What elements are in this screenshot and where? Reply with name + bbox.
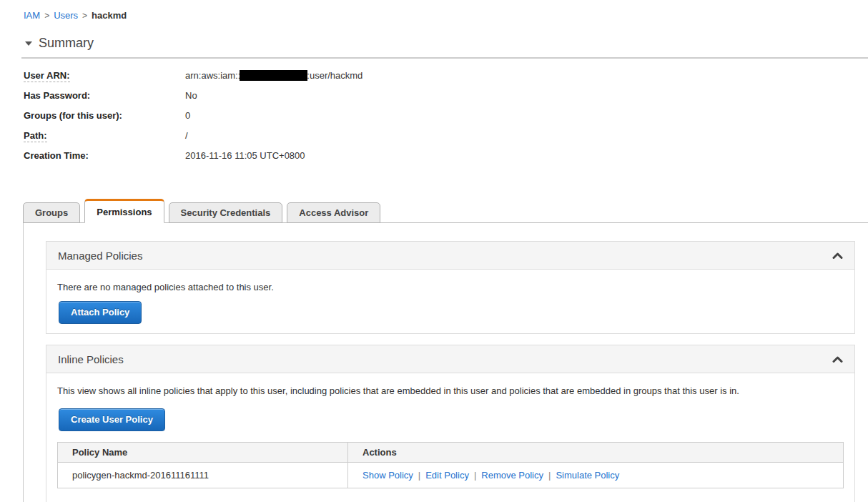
field-label-has-password: Has Password: — [24, 90, 185, 101]
column-header-policy-name: Policy Name — [58, 443, 348, 463]
inline-policies-body: This view shows all inline policies that… — [46, 385, 854, 502]
attach-policy-button[interactable]: Attach Policy — [59, 301, 142, 324]
collapse-triangle-icon — [25, 41, 32, 46]
tab-security-credentials[interactable]: Security Credentials — [169, 202, 283, 223]
summary-fields: User ARN: arn:aws:iam:::user/hackmd Has … — [24, 70, 868, 170]
managed-policies-title: Managed Policies — [58, 250, 142, 262]
managed-policies-body: There are no managed policies attached t… — [46, 282, 854, 333]
field-label-user-arn: User ARN: — [24, 70, 185, 81]
inline-policies-header[interactable]: Inline Policies — [46, 345, 854, 373]
inline-policies-description: This view shows all inline policies that… — [57, 385, 844, 396]
managed-policies-section: Managed Policies There are no managed po… — [46, 241, 855, 334]
breadcrumb-separator: > — [44, 11, 49, 21]
redacted-account-id — [240, 70, 307, 81]
chevron-up-icon[interactable] — [832, 356, 843, 363]
action-separator: | — [548, 470, 551, 481]
show-policy-link[interactable]: Show Policy — [363, 470, 413, 481]
summary-section-header[interactable]: Summary — [25, 36, 868, 51]
permissions-tab-panel: Managed Policies There are no managed po… — [23, 222, 868, 502]
tab-permissions[interactable]: Permissions — [84, 199, 164, 223]
managed-policies-empty-message: There are no managed policies attached t… — [57, 282, 844, 292]
remove-policy-link[interactable]: Remove Policy — [481, 470, 543, 481]
field-value-has-password: No — [185, 90, 197, 101]
field-row-user-arn: User ARN: arn:aws:iam:::user/hackmd — [24, 70, 868, 90]
action-separator: | — [474, 470, 476, 481]
summary-title: Summary — [39, 36, 94, 51]
inline-policies-title: Inline Policies — [58, 353, 124, 365]
tab-bar: Groups Permissions Security Credentials … — [23, 199, 868, 222]
summary-divider — [21, 57, 868, 59]
field-value-creation-time: 2016-11-16 11:05 UTC+0800 — [185, 150, 305, 161]
field-value-user-arn: arn:aws:iam:::user/hackmd — [185, 70, 363, 81]
managed-policies-header[interactable]: Managed Policies — [46, 242, 854, 270]
field-value-groups: 0 — [185, 110, 190, 121]
breadcrumb-current-user: hackmd — [92, 10, 127, 21]
field-label-creation-time: Creation Time: — [24, 150, 185, 161]
field-row-has-password: Has Password: No — [24, 90, 868, 110]
breadcrumb-link-users[interactable]: Users — [54, 10, 78, 21]
breadcrumb: IAM>Users>hackmd — [0, 0, 868, 21]
table-header-row: Policy Name Actions — [58, 443, 844, 463]
field-row-path: Path: / — [24, 130, 868, 150]
policy-name-cell: policygen-hackmd-201611161111 — [58, 463, 348, 488]
field-row-groups: Groups (for this user): 0 — [24, 110, 868, 130]
table-row: policygen-hackmd-201611161111 Show Polic… — [58, 463, 844, 488]
field-value-path: / — [185, 130, 188, 141]
inline-policies-table: Policy Name Actions policygen-hackmd-201… — [57, 442, 844, 488]
field-label-path: Path: — [24, 130, 185, 141]
edit-policy-link[interactable]: Edit Policy — [425, 470, 469, 481]
tab-access-advisor[interactable]: Access Advisor — [287, 202, 380, 223]
policy-actions-cell: Show Policy|Edit Policy|Remove Policy|Si… — [348, 463, 844, 488]
breadcrumb-link-iam[interactable]: IAM — [24, 10, 40, 21]
tab-groups[interactable]: Groups — [23, 202, 80, 223]
chevron-up-icon[interactable] — [832, 252, 843, 259]
create-user-policy-button[interactable]: Create User Policy — [59, 408, 165, 431]
simulate-policy-link[interactable]: Simulate Policy — [556, 470, 619, 481]
breadcrumb-separator: > — [82, 11, 87, 21]
field-label-groups: Groups (for this user): — [24, 110, 185, 121]
column-header-actions: Actions — [348, 443, 844, 463]
action-separator: | — [418, 470, 420, 481]
field-row-creation-time: Creation Time: 2016-11-16 11:05 UTC+0800 — [24, 150, 868, 170]
inline-policies-section: Inline Policies This view shows all inli… — [46, 345, 855, 502]
